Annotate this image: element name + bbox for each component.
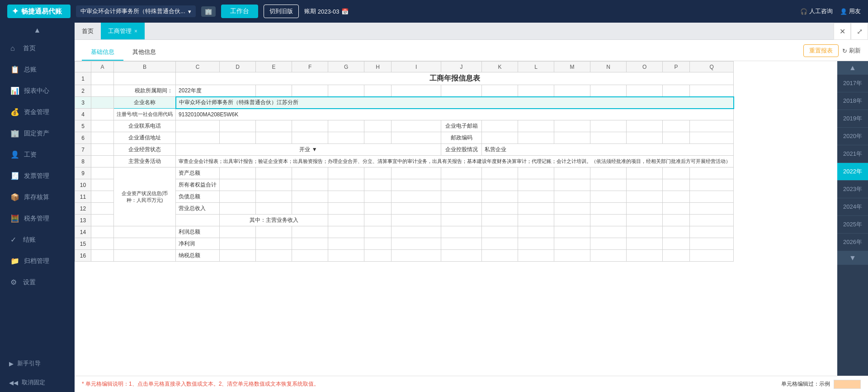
cell-15o[interactable] — [627, 238, 663, 250]
cell-13j[interactable] — [441, 215, 482, 226]
sidebar-item-finance[interactable]: 💰 资金管理 — [0, 101, 75, 123]
col-b[interactable]: B — [114, 62, 176, 72]
cell-2l[interactable] — [518, 85, 554, 97]
old-version-button[interactable]: 切到旧版 — [264, 5, 299, 18]
spreadsheet[interactable]: A B C D E F G H I J K L M — [75, 61, 837, 392]
cell-12c[interactable]: 营业总收入 — [176, 203, 220, 215]
cell-16e[interactable] — [256, 250, 292, 262]
cell-7a[interactable] — [91, 144, 114, 156]
cell-15a[interactable] — [91, 238, 114, 250]
workbench-button[interactable]: 工作台 — [221, 5, 258, 18]
cell-10d[interactable] — [220, 179, 256, 191]
cell-1-title[interactable]: 工商年报信息表 — [176, 72, 734, 85]
cell-4a[interactable] — [91, 109, 114, 120]
cell-5o[interactable] — [627, 120, 663, 132]
cell-12a[interactable] — [91, 203, 114, 215]
cell-1a[interactable] — [91, 72, 114, 85]
cell-14m[interactable] — [554, 226, 590, 238]
cell-9g[interactable] — [328, 167, 364, 179]
cell-9i[interactable] — [392, 167, 441, 179]
cell-3a[interactable] — [91, 97, 114, 109]
cell-9e[interactable] — [256, 167, 292, 179]
cell-2i[interactable] — [392, 85, 441, 97]
cell-16c[interactable]: 纳税总额 — [176, 250, 220, 262]
cell-16m[interactable] — [554, 250, 590, 262]
cell-16f[interactable] — [292, 250, 328, 262]
cell-2a[interactable] — [91, 85, 114, 97]
cell-12o[interactable] — [627, 203, 663, 215]
cell-15b[interactable] — [114, 238, 176, 250]
cell-12n[interactable] — [590, 203, 627, 215]
sidebar-item-reports[interactable]: 📊 报表中心 — [0, 80, 75, 101]
col-m[interactable]: M — [554, 62, 590, 72]
cell-5a[interactable] — [91, 120, 114, 132]
cell-10n[interactable] — [590, 179, 627, 191]
col-n[interactable]: N — [590, 62, 627, 72]
cell-15m[interactable] — [554, 238, 590, 250]
cell-13i[interactable] — [392, 215, 441, 226]
sidebar-item-unpin[interactable]: ◀◀ 取消固定 — [0, 373, 75, 392]
cell-6f[interactable] — [292, 132, 328, 144]
cell-13l[interactable] — [518, 215, 554, 226]
cell-5b[interactable]: 企业联系电话 — [114, 120, 176, 132]
cell-5n[interactable] — [590, 120, 627, 132]
cell-11m[interactable] — [554, 191, 590, 203]
cell-13h[interactable] — [364, 215, 392, 226]
cell-15p[interactable] — [663, 238, 690, 250]
cell-14l[interactable] — [518, 226, 554, 238]
cell-10g[interactable] — [328, 179, 364, 191]
cell-11i[interactable] — [392, 191, 441, 203]
col-d[interactable]: D — [220, 62, 256, 72]
user-menu[interactable]: 👤 用友 — [840, 7, 861, 15]
company-selector[interactable]: 中审众环会计师事务所（特殊普通合伙... ▾ — [76, 5, 196, 17]
col-a[interactable]: A — [91, 62, 114, 72]
cell-9b-enterprise-assets[interactable]: 企业资产状况信息(币种：人民币万元) — [114, 167, 176, 226]
year-scroll-up[interactable]: ▲ — [837, 61, 868, 75]
cell-14d[interactable] — [220, 226, 256, 238]
cell-7k[interactable]: 私营企业 — [482, 144, 734, 156]
cell-15c[interactable]: 净利润 — [176, 238, 220, 250]
col-p[interactable]: P — [663, 62, 690, 72]
cell-11d[interactable] — [220, 191, 256, 203]
subtab-other[interactable]: 其他信息 — [123, 44, 165, 61]
sidebar-item-archive[interactable]: 📁 归档管理 — [0, 250, 75, 272]
cell-9h[interactable] — [364, 167, 392, 179]
cell-9o[interactable] — [627, 167, 663, 179]
cell-10l[interactable] — [518, 179, 554, 191]
cell-9p[interactable] — [663, 167, 690, 179]
cell-10e[interactable] — [256, 179, 292, 191]
cell-2e[interactable] — [256, 85, 292, 97]
cell-3c[interactable]: 中审众环会计师事务所（特殊普通合伙）江苏分所 — [176, 97, 734, 109]
cell-16o[interactable] — [627, 250, 663, 262]
cell-15j[interactable] — [441, 238, 482, 250]
cell-2j[interactable] — [441, 85, 482, 97]
cell-6i[interactable] — [392, 132, 441, 144]
cell-5q[interactable] — [690, 120, 734, 132]
year-2021[interactable]: 2021年 — [837, 145, 868, 163]
cell-16a[interactable] — [91, 250, 114, 262]
cell-2g[interactable] — [328, 85, 364, 97]
tab-commerce[interactable]: 工商管理 × — [101, 23, 145, 39]
col-e[interactable]: E — [256, 62, 292, 72]
cell-11a[interactable] — [91, 191, 114, 203]
cell-16q[interactable] — [690, 250, 734, 262]
cell-7j[interactable]: 企业控股情况 — [441, 144, 482, 156]
expand-panel-button[interactable]: ⤢ — [851, 23, 868, 40]
cell-15e[interactable] — [256, 238, 292, 250]
cell-11f[interactable] — [292, 191, 328, 203]
cell-2q[interactable] — [690, 85, 734, 97]
cell-11q[interactable] — [690, 191, 734, 203]
cell-8a[interactable] — [91, 156, 114, 167]
cell-2k[interactable] — [482, 85, 518, 97]
cell-9q[interactable] — [690, 167, 734, 179]
cell-11n[interactable] — [590, 191, 627, 203]
cell-15i[interactable] — [392, 238, 441, 250]
cell-13n[interactable] — [590, 215, 627, 226]
year-scroll-down[interactable]: ▼ — [837, 251, 868, 265]
col-g[interactable]: G — [328, 62, 364, 72]
cell-5d[interactable] — [220, 120, 256, 132]
cell-5e[interactable] — [256, 120, 292, 132]
cell-9d[interactable] — [220, 167, 256, 179]
cell-5j[interactable]: 企业电子邮箱 — [441, 120, 482, 132]
cell-15n[interactable] — [590, 238, 627, 250]
